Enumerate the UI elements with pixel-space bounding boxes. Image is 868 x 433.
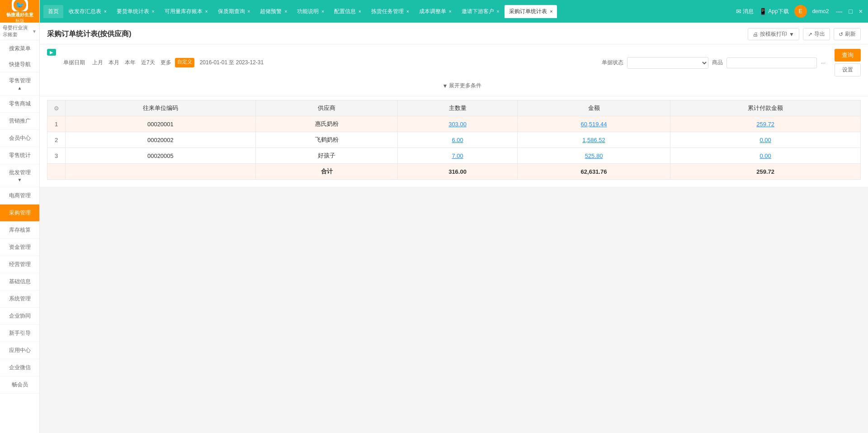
quick-nav-container: 快捷导航 — [0, 57, 39, 72]
maximize-button[interactable]: □ — [847, 7, 854, 16]
close-tab-icon[interactable]: × — [406, 9, 409, 14]
export-button[interactable]: ↗ 导出 — [803, 28, 830, 40]
search-menu-button[interactable]: 搜索菜单 — [3, 43, 37, 54]
export-icon: ↗ — [808, 31, 812, 38]
quick-nav-button[interactable]: 快捷导航 — [3, 59, 37, 70]
sidebar-item-system[interactable]: 系统管理 — [0, 290, 39, 308]
sidebar: 🐦 畅捷通好生意 标版 母婴行业演示账套 ▼ 搜索菜单 快捷导航 零售管理 ▲ … — [0, 0, 40, 433]
sidebar-item-operations[interactable]: 经营管理 — [0, 256, 39, 273]
sidebar-item-retail-stats[interactable]: 零售统计 — [0, 147, 39, 164]
close-tab-icon[interactable]: × — [284, 9, 287, 14]
industry-dropdown-icon: ▼ — [32, 29, 37, 34]
sidebar-item-finance[interactable]: 资金管理 — [0, 239, 39, 256]
footer-qty: 316.00 — [398, 164, 518, 180]
close-active-tab-icon[interactable]: × — [550, 9, 552, 14]
template-print-button[interactable]: 🖨 按模板打印 ▼ — [748, 28, 799, 40]
close-tab-icon[interactable]: × — [359, 9, 361, 14]
tab-func-desc[interactable]: 功能说明 × — [292, 5, 329, 18]
sidebar-item-member[interactable]: 畅会员 — [0, 376, 39, 394]
row-paid-3[interactable]: 0.00 — [670, 148, 861, 164]
search-button[interactable]: 查询 — [835, 49, 861, 62]
sidebar-item-enterprise-wx[interactable]: 企业微信 — [0, 359, 39, 376]
industry-selector[interactable]: 母婴行业演示账套 ▼ — [0, 23, 39, 40]
footer-row: 合计 316.00 62,631.76 259.72 — [47, 164, 861, 180]
tab-picking-tasks[interactable]: 拣货任务管理 × — [367, 5, 414, 18]
tab-shelf-life[interactable]: 保质期查询 × — [213, 5, 255, 18]
sidebar-item-inventory[interactable]: 库存核算 — [0, 222, 39, 239]
filter-toggle-button[interactable]: ▶ — [47, 49, 56, 56]
page-actions: 🖨 按模板打印 ▼ ↗ 导出 ↺ 刷新 — [748, 28, 861, 40]
tab-receive-send[interactable]: 收发存汇总表 × — [64, 5, 111, 18]
row-code-2: 00020002 — [66, 132, 256, 148]
filter-area: ▶ 单据日期 上月 本月 本年 近7天 更多 自定义 — [40, 44, 868, 96]
row-amount-2[interactable]: 1,586.52 — [517, 132, 670, 148]
messages-button[interactable]: ✉ 消息 — [736, 8, 754, 15]
tab-home[interactable]: 首页 — [43, 5, 63, 18]
expand-more-conditions-button[interactable]: ▼ 展开更多条件 — [443, 82, 482, 90]
sidebar-item-wholesale[interactable]: 批发管理 ▼ — [0, 164, 39, 187]
row-paid-2[interactable]: 0.00 — [670, 132, 861, 148]
footer-paid: 259.72 — [670, 164, 861, 180]
industry-label: 母婴行业演示账套 — [3, 24, 32, 38]
row-qty-3[interactable]: 7.00 — [398, 148, 518, 164]
shortcut-last-7-days[interactable]: 近7天 — [139, 58, 157, 67]
page-title: 采购订单统计表(按供应商) — [47, 29, 132, 39]
expand-arrow-icon2: ▼ — [18, 177, 22, 182]
row-amount-3[interactable]: 525.80 — [517, 148, 670, 164]
tab-over-stock[interactable]: 超储预警 × — [255, 5, 292, 18]
app-name: 畅捷通好生意 — [6, 12, 33, 18]
row-qty-1[interactable]: 303.00 — [398, 116, 518, 132]
content-area: 采购订单统计表(按供应商) 🖨 按模板打印 ▼ ↗ 导出 ↺ 刷新 — [40, 23, 868, 433]
tab-purchase-stats[interactable]: 采购订单统计表 × — [505, 5, 557, 18]
sidebar-menu: 零售管理 ▲ 零售商城 营销推广 会员中心 零售统计 批发管理 ▼ 电商管理 采… — [0, 72, 39, 433]
shortcut-this-month[interactable]: 本月 — [107, 58, 121, 67]
sidebar-item-ecommerce[interactable]: 电商管理 — [0, 187, 39, 205]
close-tab-icon[interactable]: × — [248, 9, 250, 14]
custom-date-badge[interactable]: 自定义 — [175, 58, 194, 67]
tab-invite-customer[interactable]: 邀请下游客户 × — [457, 5, 504, 18]
sidebar-item-marketing[interactable]: 营销推广 — [0, 113, 39, 130]
sidebar-item-purchase[interactable]: 采购管理 — [0, 205, 39, 222]
sidebar-item-basic-info[interactable]: 基础信息 — [0, 273, 39, 290]
topbar-right-area: ✉ 消息 📱 App下载 E demo2 — □ × — [736, 5, 864, 18]
close-tab-icon[interactable]: × — [152, 9, 155, 14]
user-avatar[interactable]: E — [794, 5, 807, 18]
page-container: 采购订单统计表(按供应商) 🖨 按模板打印 ▼ ↗ 导出 ↺ 刷新 — [40, 23, 868, 187]
status-select[interactable] — [627, 57, 708, 69]
row-paid-1[interactable]: 259.72 — [670, 116, 861, 132]
sidebar-item-retail-mgmt[interactable]: 零售管理 ▲ — [0, 72, 39, 95]
username-label[interactable]: demo2 — [812, 8, 829, 14]
close-button[interactable]: × — [857, 7, 864, 16]
close-tab-icon[interactable]: × — [449, 9, 452, 14]
sidebar-item-retail-mall[interactable]: 零售商城 — [0, 95, 39, 113]
col-paid: 累计付款金额 — [670, 100, 861, 116]
shortcut-more[interactable]: 更多 — [159, 58, 173, 67]
gear-icon[interactable]: ⚙ — [54, 105, 59, 112]
sidebar-item-member-center[interactable]: 会员中心 — [0, 130, 39, 147]
sidebar-item-new-guide[interactable]: 新手引导 — [0, 325, 39, 342]
minimize-button[interactable]: — — [834, 7, 844, 16]
tab-goods-stats[interactable]: 要货单统计表 × — [112, 5, 159, 18]
tab-available-inventory[interactable]: 可用量库存账本 × — [160, 5, 212, 18]
settings-button[interactable]: 设置 — [835, 63, 861, 76]
tab-config-info[interactable]: 配置信息 × — [330, 5, 366, 18]
app-download-button[interactable]: 📱 App下载 — [759, 8, 788, 15]
app-logo: 🐦 畅捷通好生意 标版 — [0, 0, 39, 23]
row-supplier-2: 飞鹤奶粉 — [255, 132, 398, 148]
close-tab-icon[interactable]: × — [104, 9, 107, 14]
refresh-button[interactable]: ↺ 刷新 — [834, 28, 861, 40]
row-qty-2[interactable]: 6.00 — [398, 132, 518, 148]
row-amount-1[interactable]: 60,519.44 — [517, 116, 670, 132]
shortcut-last-month[interactable]: 上月 — [90, 58, 105, 67]
shortcut-this-year[interactable]: 本年 — [123, 58, 137, 67]
close-tab-icon[interactable]: × — [205, 9, 208, 14]
tab-cost-adj[interactable]: 成本调整单 × — [415, 5, 456, 18]
close-tab-icon[interactable]: × — [321, 9, 324, 14]
more-options-icon[interactable]: ··· — [821, 59, 826, 66]
close-tab-icon[interactable]: × — [497, 9, 500, 14]
printer-icon: 🖨 — [753, 31, 758, 38]
goods-input[interactable] — [726, 57, 817, 68]
sidebar-item-enterprise[interactable]: 企业协同 — [0, 308, 39, 325]
sidebar-item-app-center[interactable]: 应用中心 — [0, 342, 39, 359]
table-header-row: ⚙ 往来单位编码 供应商 主数量 金额 累计付款金额 — [47, 100, 861, 116]
